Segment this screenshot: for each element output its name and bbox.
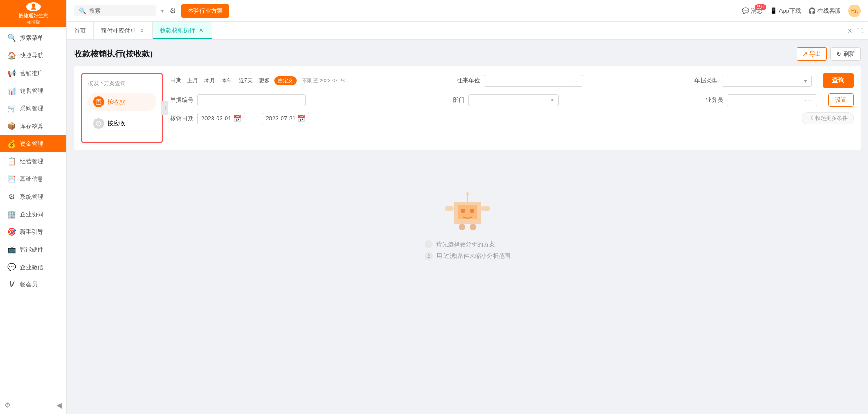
sidebar-item-quick-nav[interactable]: 🏠 快捷导航 [0,47,66,64]
collapse-more-btn[interactable]: 《 收起更多条件 [802,112,854,124]
filter-scheme-box: 按以下方案查询 按收款 按应收 《 [81,73,163,143]
sidebar-item-hardware-label: 智能硬件 [20,246,43,254]
maximize-window-icon[interactable]: ⛶ [856,27,863,34]
collapse-filter-left-btn[interactable]: 《 [161,101,168,115]
write-off-end-calendar-icon[interactable]: 📅 [297,115,305,122]
filter-option-by-receivable[interactable]: 按应收 [88,114,156,133]
setting-button[interactable]: 设置 [828,93,854,107]
refresh-button[interactable]: ↻ 刷新 [830,47,861,61]
date-shortcuts: 上月 本月 本年 近7天 更多 自定义 [185,76,297,86]
tab-prepay-close[interactable]: ✕ [139,27,145,35]
search-topbar-icon: 🔍 [79,7,86,14]
counterparty-select[interactable]: ··· [484,75,583,87]
dept-select[interactable]: ▾ [468,94,559,106]
sidebar-item-wechat[interactable]: 💬 企业微信 [0,258,66,276]
purchase-nav-icon: 🛒 [7,104,16,113]
this-year-btn[interactable]: 本年 [220,76,234,86]
date-range-hint: 不限 至 2023-07-26 [302,77,345,84]
counterparty-label: 往来单位 [457,76,480,85]
doc-num-input[interactable] [197,94,306,106]
sidebar-item-search-label: 搜索菜单 [20,34,43,42]
receivable-option-label: 按应收 [108,119,125,128]
sidebar-item-capital[interactable]: 💰 资金管理 [0,135,66,152]
sidebar-item-search[interactable]: 🔍 搜索菜单 [0,29,66,47]
sidebar-item-marketing-label: 营销推广 [20,69,43,77]
last-month-btn[interactable]: 上月 [185,76,200,86]
app-download-icon: 📱 [770,7,777,14]
solution-button[interactable]: 体验行业方案 [181,4,229,18]
receivable-option-icon [93,118,104,129]
tab-home[interactable]: 首页 [67,22,94,39]
sidebar-item-hardware[interactable]: 📺 智能硬件 [0,241,66,258]
counterparty-dots-icon: ··· [571,77,578,84]
sidebar-item-operations[interactable]: 📋 经营管理 [0,152,66,170]
write-off-end-input[interactable]: 2023-07-21 📅 [262,113,310,124]
topbar-gear-icon[interactable]: ⚙ [170,6,176,15]
tab-write-off-close[interactable]: ✕ [198,26,204,34]
tip-1-text: 请先选择要分析的方案 [436,240,495,248]
sidebar-item-capital-label: 资金管理 [20,140,43,148]
member-nav-icon: V [7,281,16,289]
write-off-start-value: 2023-03-01 [201,115,231,122]
write-off-date-field: 核销日期 2023-03-01 📅 — 2023-07-21 📅 [170,113,309,124]
sidebar-item-member[interactable]: V 畅会员 [0,276,66,293]
filter-row-2: 单据编号 部门 ▾ 业务员 [170,93,854,107]
filter-option-by-receipt[interactable]: 按收款 [88,93,156,111]
sidebar-item-quick-nav-label: 快捷导航 [20,52,43,60]
sidebar-item-inventory[interactable]: 📦 库存核算 [0,117,66,135]
app-name: 畅捷通好生意 [19,12,48,19]
svg-point-6 [470,209,474,213]
sidebar-item-system[interactable]: ⚙ 系统管理 [0,188,66,205]
doc-num-label: 单据编号 [170,96,193,104]
export-button[interactable]: ↗ 导出 [797,47,827,61]
sidebar-item-enterprise[interactable]: 🏢 企业协同 [0,205,66,223]
collapse-sidebar-icon[interactable]: ◀ [57,401,62,409]
user-avatar[interactable]: Rit [848,5,861,17]
page-content: 收款核销执行(按收款) ↗ 导出 ↻ 刷新 按以下方案查询 [67,40,868,304]
custom-date-btn[interactable]: 自定义 [274,76,297,85]
message-action[interactable]: 💬 消息 99+ [742,7,763,15]
svg-rect-10 [481,206,490,211]
more-shortcuts-btn[interactable]: 更多 [257,76,272,86]
marketing-nav-icon: 📢 [7,69,16,77]
last-7-days-btn[interactable]: 近7天 [237,76,255,86]
tab-write-off[interactable]: 收款核销执行 ✕ [153,22,212,39]
filter-panel: 按以下方案查询 按收款 按应收 《 [74,66,861,150]
topbar-actions: 💬 消息 99+ 📱 App下载 🎧 在线客服 Rit [742,5,861,17]
search-nav-icon: 🔍 [7,33,16,42]
search-topbar-input[interactable] [89,7,143,14]
doc-type-select[interactable]: ▾ [722,75,812,87]
topbar-chevron-icon[interactable]: ▾ [161,7,164,14]
sidebar-item-guide[interactable]: 🎯 新手引导 [0,223,66,241]
app-download-action[interactable]: 📱 App下载 [770,7,801,15]
doc-type-field: 单据类型 ▾ [694,75,812,87]
hardware-nav-icon: 📺 [7,245,16,254]
settings-footer-icon[interactable]: ⚙ [5,401,11,409]
topbar-search-box[interactable]: 🔍 [74,5,156,16]
tab-home-label: 首页 [74,27,86,35]
sidebar-footer: ⚙ ◀ [0,396,66,414]
page-actions: ↗ 导出 ↻ 刷新 [797,47,861,61]
query-button[interactable]: 查询 [823,73,854,88]
empty-tip-1: 1 请先选择要分析的方案 [425,240,510,248]
sidebar-item-sales[interactable]: 📊 销售管理 [0,82,66,100]
basic-info-nav-icon: 📑 [7,175,16,183]
sidebar-item-marketing[interactable]: 📢 营销推广 [0,64,66,82]
counterparty-field: 往来单位 ··· [457,75,583,87]
page-header: 收款核销执行(按收款) ↗ 导出 ↻ 刷新 [74,47,861,61]
this-month-btn[interactable]: 本月 [203,76,217,86]
staff-select[interactable]: ··· [727,94,817,106]
date-range-separator: — [250,115,256,122]
tab-prepay[interactable]: 预付冲应付单 ✕ [94,22,153,39]
app-version: 标准版 [27,19,40,25]
content-area: 收款核销执行(按收款) ↗ 导出 ↻ 刷新 按以下方案查询 [67,40,868,414]
close-window-icon[interactable]: ✕ [847,27,853,34]
dept-chevron-icon: ▾ [551,97,554,104]
doc-type-chevron-icon: ▾ [804,77,807,84]
sidebar-item-basic-info[interactable]: 📑 基础信息 [0,170,66,188]
write-off-start-input[interactable]: 2023-03-01 📅 [197,113,245,124]
online-service-action[interactable]: 🎧 在线客服 [808,7,841,15]
sidebar-item-purchase[interactable]: 🛒 采购管理 [0,100,66,117]
write-off-start-calendar-icon[interactable]: 📅 [233,115,241,122]
dept-label: 部门 [453,96,465,104]
